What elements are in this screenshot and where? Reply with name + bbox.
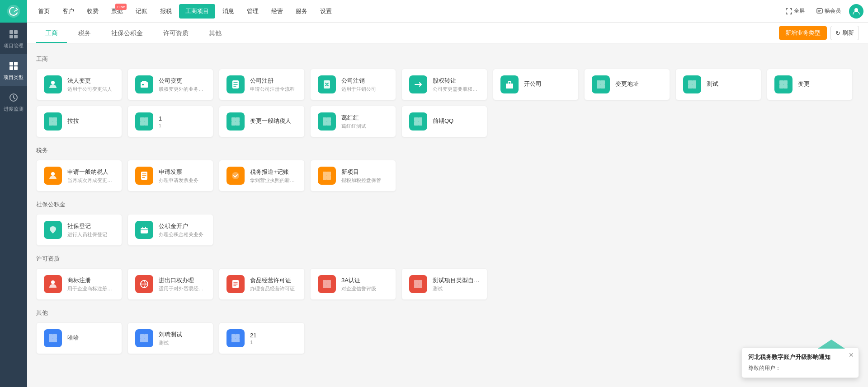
card-food-license[interactable]: 食品经营许可证 办理食品经营许可证 xyxy=(219,268,305,300)
nav-settings[interactable]: 设置 xyxy=(314,0,338,23)
svg-rect-43 xyxy=(327,117,331,121)
card-icon xyxy=(44,275,62,293)
fullscreen-button[interactable]: 全屏 xyxy=(782,5,808,17)
svg-rect-80 xyxy=(236,334,240,338)
sidebar-item-project-mgmt[interactable]: 项目管理 xyxy=(0,23,27,54)
nav-bizreg[interactable]: 工商项目 xyxy=(179,4,215,19)
svg-rect-31 xyxy=(53,117,57,121)
user-avatar[interactable] xyxy=(849,4,863,19)
nav-customer[interactable]: 客户 xyxy=(56,0,80,23)
svg-rect-78 xyxy=(144,338,148,342)
svg-rect-21 xyxy=(601,84,605,89)
tab-tax[interactable]: 税务 xyxy=(69,25,100,43)
card-trademark[interactable]: 商标注册 用于企业商标注册服务 xyxy=(36,268,122,300)
sidebar-logo[interactable] xyxy=(0,0,27,23)
card-icon xyxy=(774,75,793,93)
scroll-area: 工商 法人变更 适用于公司变更法人 公司变更 xyxy=(27,43,868,387)
card-equity-transfer[interactable]: 股权转让 公司变更需要股权转让 xyxy=(401,69,487,100)
svg-rect-56 xyxy=(327,176,331,180)
card-icon xyxy=(44,329,62,347)
card-tax-report[interactable]: 税务报道+记账 拿到营业执照的新公司 xyxy=(219,160,305,191)
progress-icon xyxy=(7,91,20,104)
card-company-change[interactable]: 公司变更 股权变更外的业务变更 xyxy=(127,69,213,100)
svg-rect-64 xyxy=(327,280,331,284)
svg-point-60 xyxy=(51,280,55,284)
card-front-qq[interactable]: 前期QQ xyxy=(401,106,487,137)
tab-bar: 工商 税务 社保公积金 许可资质 其他 新增业务类型 ↻ 刷新 xyxy=(27,23,868,43)
card-apply-taxpayer[interactable]: 申请一般纳税人 当月或次月成变更完成 xyxy=(36,160,122,191)
tab-bizreg[interactable]: 工商 xyxy=(36,25,67,43)
svg-rect-47 xyxy=(418,117,422,121)
card-apply-invoice[interactable]: 申请发票 办理申请发票业务 xyxy=(127,160,213,191)
tab-license[interactable]: 许可资质 xyxy=(154,25,198,43)
svg-rect-46 xyxy=(414,117,418,121)
svg-rect-76 xyxy=(144,334,148,338)
card-test-type[interactable]: 测试项目类型自定义 测试 xyxy=(401,268,487,300)
card-new-project[interactable]: 新项目 报税加税控盘保管 xyxy=(310,160,396,191)
svg-rect-71 xyxy=(49,334,53,338)
tax-cards: 申请一般纳税人 当月或次月成变更完成 申请发票 办理申请发票业务 xyxy=(36,160,859,191)
nav-service[interactable]: 服务 xyxy=(289,0,314,23)
card-one[interactable]: 1 1 xyxy=(127,106,213,137)
svg-rect-19 xyxy=(601,80,605,84)
nav-message[interactable]: 消息 xyxy=(216,0,241,23)
member-button[interactable]: 畅会员 xyxy=(813,5,844,17)
svg-rect-73 xyxy=(49,338,53,342)
new-type-button[interactable]: 新增业务类型 xyxy=(779,26,827,40)
nav-invoice[interactable]: 票据 new xyxy=(105,0,129,23)
notification-body: 尊敬的用户： xyxy=(748,364,852,372)
sidebar-item-label: 项目类型 xyxy=(4,74,24,81)
card-legal-change[interactable]: 法人变更 适用于公司变更法人 xyxy=(36,69,122,100)
card-change-taxpayer[interactable]: 变更一般纳税人 xyxy=(219,106,305,137)
svg-rect-74 xyxy=(53,338,57,342)
card-company-cancel[interactable]: 公司注销 适用于注销公司 xyxy=(310,69,396,100)
nav-accounting[interactable]: 记账 xyxy=(129,0,154,23)
card-liupeng-test[interactable]: 刘聘测试 测试 xyxy=(127,322,213,354)
svg-rect-34 xyxy=(140,117,144,121)
card-lala[interactable]: 拉拉 xyxy=(36,106,122,137)
card-fund-open[interactable]: 公积金开户 办理公积金相关业务 xyxy=(127,214,213,246)
card-import-export[interactable]: 进出口权办理 适用于对外贸易经营者 xyxy=(127,268,213,300)
card-desc: 适用于公司变更法人 xyxy=(67,86,114,93)
card-icon xyxy=(500,75,519,93)
card-company-register[interactable]: 公司注册 申请公司注册全流程 xyxy=(219,69,305,100)
card-icon xyxy=(135,75,153,93)
card-twenty-one[interactable]: 21 1 xyxy=(219,322,305,354)
svg-rect-2 xyxy=(14,30,18,34)
nav-billing[interactable]: 收费 xyxy=(80,0,105,23)
card-social-register[interactable]: 社保登记 进行人员社保登记 xyxy=(36,214,122,246)
card-open-company[interactable]: 开公司 xyxy=(493,69,579,100)
sidebar-item-progress[interactable]: 进度监测 xyxy=(0,86,27,117)
svg-rect-79 xyxy=(231,334,236,338)
svg-rect-18 xyxy=(597,80,601,84)
card-3a-cert[interactable]: 3A认证 对企业信誉评级 xyxy=(310,268,396,300)
nav-tax[interactable]: 报税 xyxy=(154,0,178,23)
nav-management[interactable]: 管理 xyxy=(241,0,265,23)
bizreg-cards: 法人变更 适用于公司变更法人 公司变更 股权变更外的业务变更 xyxy=(36,69,859,137)
svg-rect-63 xyxy=(323,280,327,284)
svg-rect-23 xyxy=(692,80,696,84)
notification-close-button[interactable]: ✕ xyxy=(849,351,854,359)
svg-rect-4 xyxy=(14,35,18,38)
project-mgmt-icon xyxy=(7,28,20,41)
nav-home[interactable]: 首页 xyxy=(32,0,56,23)
card-mohonghong[interactable]: 葛红红 葛红红测试 xyxy=(310,106,396,137)
svg-point-12 xyxy=(51,81,55,84)
tab-other[interactable]: 其他 xyxy=(200,25,231,43)
card-test[interactable]: 测试 xyxy=(675,69,761,100)
card-icon xyxy=(592,75,610,93)
refresh-button[interactable]: ↻ 刷新 xyxy=(830,26,859,40)
card-icon xyxy=(318,167,336,185)
card-icon xyxy=(44,167,62,185)
tab-social[interactable]: 社保公积金 xyxy=(102,25,152,43)
svg-rect-67 xyxy=(414,280,418,284)
card-change-address[interactable]: 变更地址 xyxy=(584,69,670,100)
svg-rect-77 xyxy=(140,338,144,342)
refresh-icon: ↻ xyxy=(835,30,840,37)
sidebar-item-project-type[interactable]: 项目类型 xyxy=(0,54,27,86)
svg-rect-59 xyxy=(145,227,146,229)
tab-actions: 新增业务类型 ↻ 刷新 xyxy=(779,26,859,43)
card-haha[interactable]: 哈哈 xyxy=(36,322,122,354)
nav-operation[interactable]: 经营 xyxy=(265,0,289,23)
card-change[interactable]: 变更 xyxy=(767,69,853,100)
